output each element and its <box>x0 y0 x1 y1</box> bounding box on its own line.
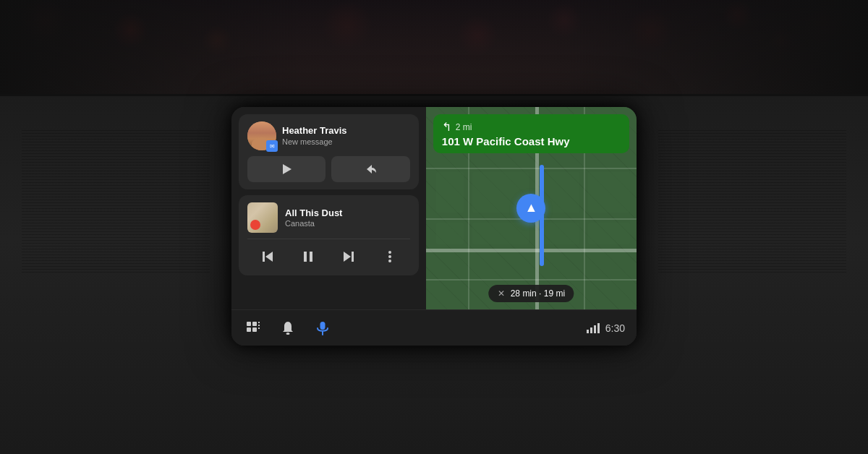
music-card: All This Dust Canasta <box>239 195 419 275</box>
notification-card: Heather Travis New message <box>239 114 419 189</box>
avatar-container <box>247 121 276 150</box>
music-controls <box>247 245 410 268</box>
street-main-horizontal <box>426 249 637 252</box>
music-info: All This Dust Canasta <box>247 202 410 233</box>
map-block-7 <box>542 223 579 245</box>
svg-rect-18 <box>320 322 326 330</box>
current-location-marker <box>516 194 545 223</box>
bell-icon <box>280 320 296 336</box>
left-panel: Heather Travis New message <box>231 107 426 309</box>
skip-next-icon <box>341 249 356 264</box>
microphone-icon <box>315 320 331 336</box>
apps-button[interactable] <box>243 318 263 338</box>
map-block-6 <box>472 223 529 245</box>
assistant-button[interactable] <box>312 318 333 338</box>
road-name: 101 W Pacific Coast Hwy <box>442 135 621 147</box>
pause-button[interactable] <box>297 245 320 268</box>
android-auto-screen: Heather Travis New message <box>231 107 637 346</box>
svg-rect-13 <box>252 327 257 332</box>
map-block-1 <box>436 172 464 213</box>
map-block-4 <box>588 172 630 213</box>
signal-bars-icon <box>587 323 600 333</box>
skip-previous-icon <box>260 249 275 264</box>
reply-button[interactable] <box>331 156 409 182</box>
bottom-left-actions <box>243 318 333 338</box>
music-text: All This Dust Canasta <box>285 207 410 228</box>
contact-name: Heather Travis <box>282 125 410 137</box>
notification-actions <box>247 156 410 182</box>
pause-icon <box>301 249 315 264</box>
song-title: All This Dust <box>285 207 410 219</box>
more-options-button[interactable] <box>378 245 401 268</box>
turn-direction-icon: ↰ <box>442 120 451 134</box>
music-divider <box>247 239 410 239</box>
svg-rect-10 <box>247 322 251 326</box>
map-block-5 <box>436 223 464 245</box>
svg-point-17 <box>286 333 290 335</box>
navigation-panel: ↰ 2 mi 101 W Pacific Coast Hwy ✕ 28 min … <box>426 107 637 309</box>
svg-rect-14 <box>258 322 260 323</box>
map-block-3 <box>542 172 579 213</box>
signal-icon <box>587 323 600 333</box>
svg-rect-20 <box>587 330 589 333</box>
play-message-button[interactable] <box>247 156 326 182</box>
svg-rect-4 <box>310 252 312 262</box>
speaker-grille-left <box>22 130 210 275</box>
svg-rect-22 <box>594 325 596 333</box>
svg-rect-11 <box>252 322 257 326</box>
svg-rect-15 <box>258 325 260 326</box>
clock-display: 6:30 <box>605 322 625 334</box>
street-horizontal-1 <box>426 168 637 169</box>
status-area: 6:30 <box>587 322 625 334</box>
album-art <box>247 202 278 233</box>
street-horizontal-3 <box>426 279 637 280</box>
svg-point-7 <box>388 251 391 254</box>
more-icon <box>383 249 397 264</box>
svg-point-9 <box>388 260 391 262</box>
bottom-bar: 6:30 <box>231 309 637 346</box>
navigation-banner: ↰ 2 mi 101 W Pacific Coast Hwy <box>433 114 629 153</box>
svg-rect-5 <box>352 252 354 262</box>
svg-marker-2 <box>265 252 273 262</box>
reply-icon <box>365 163 378 176</box>
eta-badge: ✕ 28 min · 19 mi <box>489 285 574 302</box>
grid-icon <box>245 320 261 336</box>
svg-rect-1 <box>263 252 265 262</box>
svg-rect-16 <box>258 327 260 329</box>
svg-point-8 <box>388 255 391 258</box>
svg-rect-23 <box>597 323 600 333</box>
svg-rect-21 <box>590 327 592 333</box>
play-icon <box>280 163 293 176</box>
svg-marker-6 <box>344 252 351 262</box>
svg-rect-12 <box>247 327 251 332</box>
svg-rect-3 <box>304 252 307 262</box>
message-app-icon <box>266 140 278 152</box>
close-eta-button[interactable]: ✕ <box>498 288 505 299</box>
nav-distance-row: ↰ 2 mi <box>442 120 621 134</box>
map-block-8 <box>588 223 630 245</box>
next-button[interactable] <box>337 245 360 268</box>
svg-marker-0 <box>283 164 292 174</box>
notification-subtitle: New message <box>282 137 410 147</box>
notifications-button[interactable] <box>278 318 298 338</box>
eta-text: 28 min · 19 mi <box>511 288 565 299</box>
speaker-grille-right <box>658 130 846 275</box>
artist-name: Canasta <box>285 219 410 228</box>
distance-text: 2 mi <box>456 122 472 132</box>
previous-button[interactable] <box>256 245 279 268</box>
notification-text: Heather Travis New message <box>282 125 410 147</box>
